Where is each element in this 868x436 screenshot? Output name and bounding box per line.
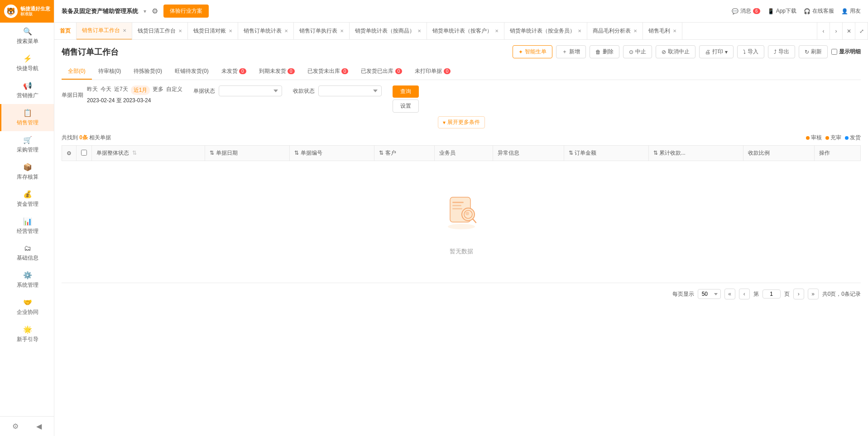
status-tab-shipped-not-out[interactable]: 已发货未出库 0	[301, 64, 355, 80]
col-date[interactable]: ⇅ 单据日期	[205, 146, 290, 161]
tab-sales-summary-staff[interactable]: 销货单统计表（按业务员） ✕	[504, 23, 587, 40]
print-btn[interactable]: 🖨 打印 ▾	[699, 45, 734, 58]
tab-scroll-right[interactable]: ›	[830, 23, 843, 40]
add-btn[interactable]: ＋ 新增	[556, 45, 586, 58]
prev-page-btn[interactable]: ‹	[739, 289, 750, 299]
message-btn[interactable]: 💬 消息 6	[732, 7, 760, 15]
status-tab-all[interactable]: 全部(0)	[62, 64, 92, 80]
col-checkbox[interactable]	[77, 146, 92, 161]
payment-select[interactable]	[318, 85, 382, 96]
sidebar-item-marketing[interactable]: 📢 营销推广	[0, 77, 54, 104]
lightning-icon: ⚡	[23, 54, 32, 63]
trial-btn[interactable]: 体验行业方案	[163, 5, 209, 18]
sidebar-item-search[interactable]: 🔍 搜索菜单	[0, 23, 54, 50]
topbar-settings-icon[interactable]: ⚙	[152, 7, 158, 15]
cancel-stop-btn[interactable]: ⊘ 取消中止	[656, 45, 695, 58]
shortcut-custom[interactable]: 自定义	[166, 85, 182, 95]
shortcut-yesterday[interactable]: 昨天	[87, 85, 98, 95]
import-btn[interactable]: ⤵ 导入	[737, 45, 764, 58]
shortcut-1month[interactable]: 近1月	[131, 85, 150, 95]
col-number[interactable]: ⇅ 单据编号	[290, 146, 374, 161]
sidebar-item-finance[interactable]: 💰 资金管理	[0, 185, 54, 213]
sidebar-item-enterprise[interactable]: 🤝 企业协同	[0, 294, 54, 321]
tab-close-sales-margin[interactable]: ✕	[633, 28, 637, 33]
page-number-input[interactable]	[762, 289, 781, 299]
tab-sales-summary-product[interactable]: 销货单统计表（按商品） ✕	[350, 23, 427, 40]
expand-filter-btn[interactable]: ▾ 展开更多条件	[438, 116, 485, 128]
unreviewed-action-btn[interactable]: 充审	[825, 134, 841, 142]
tab-sales-stats[interactable]: 销售订单统计表 ✕	[238, 23, 294, 40]
tab-close-sales-stats[interactable]: ✕	[284, 28, 288, 33]
tab-close-all[interactable]: ✕	[843, 23, 855, 40]
collapse-btn[interactable]: ◀	[34, 420, 43, 432]
blue-dot-icon	[845, 136, 849, 140]
status-select[interactable]	[219, 85, 282, 96]
tab-sales-summary-customer[interactable]: 销货单统计表（按客户） ✕	[427, 23, 504, 40]
page-size-select[interactable]: 50 10 20 100	[698, 289, 721, 299]
tab-home[interactable]: 首页	[54, 23, 77, 40]
tab-cash-daily[interactable]: 钱货日清工作台 ✕	[132, 23, 188, 40]
sidebar-item-sales[interactable]: 📋 销售管理	[0, 104, 54, 131]
tab-scroll-left[interactable]: ‹	[817, 23, 830, 40]
status-tab-overdue-not-shipped[interactable]: 到期未发货 0	[253, 64, 301, 80]
user-btn[interactable]: 👤 用友	[841, 7, 861, 15]
title-dropdown-icon[interactable]: ▾	[144, 8, 146, 14]
smart-create-btn[interactable]: ✦ 智能生单	[513, 45, 552, 58]
status-tab-pending-review[interactable]: 待审核(0)	[92, 64, 128, 80]
shortcut-today[interactable]: 今天	[101, 85, 111, 95]
shortcut-more[interactable]: 更多	[153, 85, 163, 95]
col-amount[interactable]: ⇅ 订单金额	[564, 146, 648, 161]
ship-action-btn[interactable]: 发货	[845, 134, 861, 142]
export-btn[interactable]: ⤴ 导出	[768, 45, 795, 58]
sidebar-item-guide[interactable]: 🌟 新手引导	[0, 321, 54, 348]
status-tab-not-shipped[interactable]: 未发货 0	[215, 64, 253, 80]
tab-sales-exec[interactable]: 销售订单执行表 ✕	[294, 23, 350, 40]
filter-settings-btn[interactable]: 设置	[393, 100, 419, 113]
tab-cash-reconcile[interactable]: 钱货日清对账 ✕	[188, 23, 238, 40]
shortcut-7days[interactable]: 近7天	[114, 85, 128, 95]
status-tab-wangpu-ship[interactable]: 旺铺待发货(0)	[168, 64, 215, 80]
status-tab-shipped-out[interactable]: 已发货已出库 0	[355, 64, 408, 80]
tab-close-sales-summary-staff[interactable]: ✕	[578, 28, 581, 33]
select-all-checkbox[interactable]	[81, 150, 87, 156]
online-service-btn[interactable]: 🎧 在线客服	[804, 7, 834, 15]
tab-close-sales-workbench[interactable]: ✕	[123, 28, 126, 33]
review-action-btn[interactable]: 审核	[806, 134, 822, 142]
col-status[interactable]: 单据整体状态 ⇅	[92, 146, 205, 161]
stop-btn[interactable]: ⊙ 中止	[623, 45, 652, 58]
tab-close-cash-reconcile[interactable]: ✕	[229, 28, 232, 33]
col-customer[interactable]: ⇅ 客户	[374, 146, 434, 161]
box-icon: 📦	[23, 163, 32, 171]
status-tab-pending-check[interactable]: 待拣验货(0)	[127, 64, 168, 80]
delete-btn[interactable]: 🗑 删除	[590, 45, 619, 58]
status-tab-not-printed[interactable]: 未打印单据 0	[408, 64, 457, 80]
col-received[interactable]: ⇅ 累计收款...	[648, 146, 743, 161]
tab-close-sales-more[interactable]: ✕	[673, 28, 676, 33]
sidebar-item-inventory[interactable]: 📦 库存核算	[0, 158, 54, 185]
show-detail-label[interactable]: 显示明细	[831, 48, 861, 56]
sidebar-item-basic[interactable]: 🗂 基础信息	[0, 240, 54, 266]
settings-btn[interactable]: ⚙	[10, 420, 20, 432]
tab-sales-margin[interactable]: 商品毛利分析表 ✕	[587, 23, 643, 40]
tab-sales-workbench[interactable]: 销售订单工作台 ✕	[77, 23, 132, 40]
app-download-btn[interactable]: 📱 App下载	[767, 7, 796, 15]
sidebar-item-operations[interactable]: 📊 经营管理	[0, 213, 54, 240]
tab-maximize[interactable]: ⤢	[855, 23, 868, 40]
sidebar-item-system[interactable]: ⚙️ 系统管理	[0, 266, 54, 294]
first-page-btn[interactable]: «	[724, 289, 735, 299]
tab-close-sales-summary-customer[interactable]: ✕	[495, 28, 499, 33]
last-page-btn[interactable]: »	[808, 289, 819, 299]
col-gear[interactable]: ⚙	[62, 146, 77, 161]
tab-sales-more[interactable]: 销售毛利 ✕	[643, 23, 682, 40]
sidebar-item-quick[interactable]: ⚡ 快捷导航	[0, 50, 54, 77]
refresh-btn[interactable]: ↻ 刷新	[799, 45, 828, 58]
query-btn[interactable]: 查询	[393, 85, 419, 98]
col-staff[interactable]: 业务员	[434, 146, 493, 161]
tab-close-sales-exec[interactable]: ✕	[340, 28, 344, 33]
tab-close-sales-summary-product[interactable]: ✕	[417, 28, 421, 33]
show-detail-checkbox[interactable]	[831, 49, 837, 55]
phone-icon: 📱	[767, 8, 774, 14]
tab-close-cash-daily[interactable]: ✕	[178, 28, 182, 33]
next-page-btn[interactable]: ›	[793, 289, 804, 299]
sidebar-item-purchase[interactable]: 🛒 采购管理	[0, 131, 54, 158]
